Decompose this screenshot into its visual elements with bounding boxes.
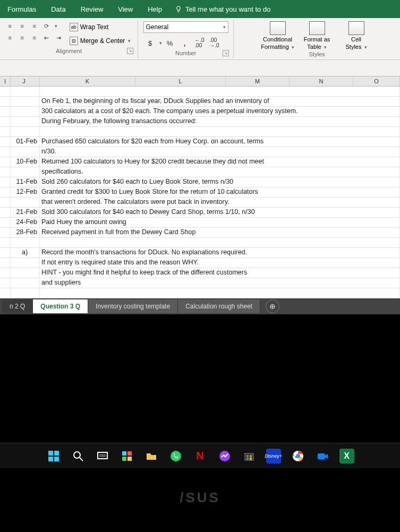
widgets-icon[interactable] [120, 449, 134, 464]
search-icon[interactable] [71, 449, 86, 464]
cell-qlabel[interactable]: a) [11, 248, 40, 258]
cell-text[interactable]: and suppliers [40, 278, 400, 288]
accounting-format-button[interactable]: $ [143, 37, 157, 49]
cell-text[interactable]: If not entry is required state this and … [40, 258, 400, 268]
svg-point-12 [171, 451, 181, 461]
file-explorer-icon[interactable] [144, 449, 159, 464]
microsoft-store-icon[interactable] [242, 449, 257, 464]
alignment-dialog-launcher[interactable]: ↘ [127, 48, 133, 54]
messenger-icon[interactable] [217, 449, 232, 464]
col-M[interactable]: M [226, 76, 290, 86]
increase-indent-icon[interactable]: ⇥ [54, 33, 64, 42]
cell-styles-button[interactable]: Cell Styles ▾ [339, 21, 373, 50]
align-center-icon[interactable]: ≡ [17, 33, 28, 42]
orientation-caret-icon[interactable]: ▾ [55, 23, 57, 29]
comma-button[interactable]: , [178, 37, 192, 49]
wrap-text-label: Wrap Text [80, 23, 109, 31]
cell-text[interactable]: that weren't ordered. The calculators we… [40, 198, 400, 207]
cell-date[interactable]: 10-Feb [11, 157, 40, 167]
sheet-tab-bar: n 2 Q Question 3 Q Inventory costing tem… [0, 298, 400, 314]
col-N[interactable]: N [290, 76, 353, 86]
cell-date[interactable]: 28-Feb [11, 228, 40, 237]
cell-text[interactable]: specifications. [40, 167, 400, 177]
cell-date[interactable]: 12-Feb [11, 187, 40, 197]
disney-icon[interactable]: Disney+ [266, 449, 281, 464]
cell-text[interactable]: Received payment in full from the Dewey … [40, 228, 400, 237]
merge-caret-icon[interactable]: ▾ [128, 38, 131, 44]
tab-data[interactable]: Data [44, 0, 73, 18]
number-dialog-launcher[interactable]: ↘ [223, 50, 229, 56]
cell-text[interactable]: Granted credit for $300 to Luey Book Sto… [40, 187, 400, 197]
sheet-tab-question3[interactable]: Question 3 Q [33, 299, 88, 313]
cell-text[interactable]: Sold 300 calculators for $40 each to Dew… [40, 208, 400, 217]
tab-review[interactable]: Review [73, 0, 111, 18]
number-format-caret-icon: ▾ [223, 24, 226, 30]
new-sheet-button[interactable]: ⊕ [266, 299, 279, 313]
merge-center-button[interactable]: ⊟ Merge & Center ▾ [67, 35, 133, 47]
align-right-icon[interactable]: ≡ [29, 33, 40, 42]
camera-icon[interactable] [315, 449, 330, 464]
col-L[interactable]: L [135, 76, 226, 86]
cell-text[interactable]: Paid Huey the amount owing [40, 218, 400, 227]
cell-text[interactable]: During February, the following transacti… [40, 117, 400, 126]
cell-text[interactable]: Record the month's transactions for DDuc… [40, 248, 400, 258]
align-left-icon[interactable]: ≡ [5, 33, 15, 42]
chrome-icon[interactable] [291, 449, 305, 464]
svg-rect-18 [250, 458, 252, 460]
merge-label: Merge & Center [80, 37, 125, 45]
grid[interactable]: On Feb 1, the beginning of its fiscal ye… [0, 87, 400, 298]
whatsapp-icon[interactable] [168, 449, 183, 464]
column-headers: I J K L M N O [0, 76, 400, 87]
format-as-table-button[interactable]: Format as Table ▾ [300, 21, 334, 50]
cell-text[interactable]: Sold 260 calculators for $40 each to Lue… [40, 177, 400, 187]
increase-decimal-button[interactable]: ←.0.00 [193, 37, 207, 49]
ribbon: ≡ ≡ ≡ ⟳ ▾ ≡ ≡ ≡ ⇤ ⇥ [0, 18, 400, 60]
align-middle-icon[interactable]: ≡ [17, 21, 28, 31]
cell-text[interactable]: 300 calculators at a cost of $20 each. T… [40, 107, 400, 116]
orientation-icon[interactable]: ⟳ [41, 21, 52, 31]
cell-text[interactable]: On Feb 1, the beginning of its fiscal ye… [40, 97, 400, 106]
tab-view[interactable]: View [110, 0, 140, 18]
start-icon[interactable] [46, 449, 61, 464]
alignment-group-label: Alignment ↘ [3, 47, 134, 55]
sheet-tab-calc[interactable]: Calculation rough sheet [178, 299, 260, 313]
cell-text[interactable]: Purchased 650 calculators for $20 each f… [40, 137, 400, 147]
cell-text[interactable]: HINT - you might find it helpful to keep… [40, 268, 400, 278]
cell-text[interactable]: n/30. [40, 147, 400, 157]
col-I[interactable]: I [0, 76, 11, 86]
wrap-text-icon: ab [70, 23, 78, 31]
number-format-value: General [146, 23, 169, 31]
align-top-icon[interactable]: ≡ [5, 21, 15, 31]
col-K[interactable]: K [40, 76, 135, 86]
cell-date[interactable]: 21-Feb [11, 208, 40, 217]
cell-date[interactable]: 11-Feb [11, 177, 40, 187]
percent-button[interactable]: % [163, 37, 177, 49]
tell-me-search[interactable]: Tell me what you want to do [175, 5, 270, 13]
decrease-indent-icon[interactable]: ⇤ [41, 33, 52, 42]
number-format-dropdown[interactable]: General ▾ [143, 21, 228, 33]
task-view-icon[interactable] [95, 449, 110, 464]
spreadsheet[interactable]: I J K L M N O On Feb 1, the beginning of… [0, 76, 400, 298]
conditional-formatting-button[interactable]: Conditional Formatting ▾ [261, 21, 295, 50]
col-J[interactable]: J [11, 76, 40, 86]
accounting-caret-icon[interactable]: ▾ [159, 40, 162, 46]
cell-date[interactable]: 01-Feb [11, 137, 40, 147]
tab-help[interactable]: Help [140, 0, 169, 18]
align-bottom-icon[interactable]: ≡ [29, 21, 40, 31]
svg-rect-14 [245, 453, 253, 460]
tab-formulas[interactable]: Formulas [0, 0, 44, 18]
svg-rect-21 [318, 453, 325, 459]
svg-rect-16 [250, 455, 252, 457]
excel-icon[interactable]: X [339, 449, 354, 464]
svg-rect-15 [246, 455, 249, 457]
wrap-text-button[interactable]: ab Wrap Text [67, 21, 133, 33]
cell-date[interactable]: 24-Feb [11, 218, 40, 227]
decrease-decimal-button[interactable]: .00→.0 [208, 37, 222, 49]
netflix-icon[interactable]: N [193, 449, 208, 464]
sheet-tab-n2q[interactable]: n 2 Q [2, 299, 33, 313]
cs-l1: Cell [351, 36, 361, 42]
cell-text[interactable]: Returned 100 calculators to Huey for $20… [40, 157, 400, 167]
col-O[interactable]: O [353, 76, 400, 86]
sheet-tab-inventory[interactable]: Inventory costing template [88, 299, 178, 313]
svg-rect-2 [48, 457, 53, 461]
